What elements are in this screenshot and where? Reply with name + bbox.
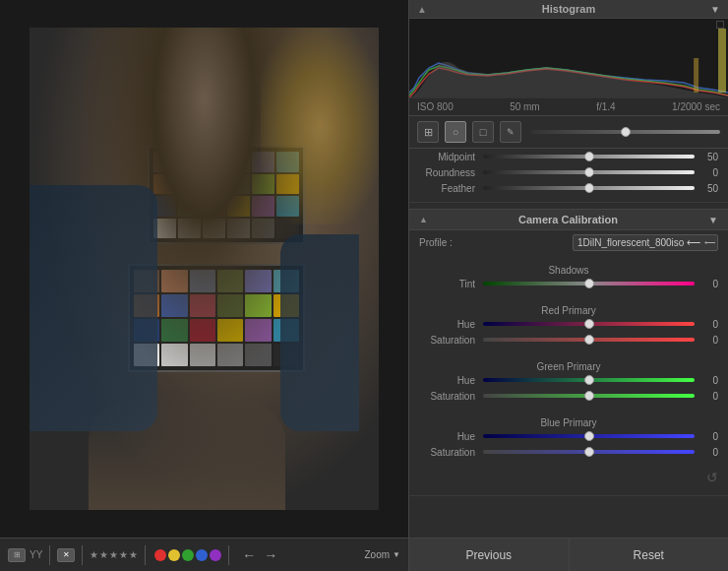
svg-rect-2 xyxy=(718,29,726,93)
blue-primary-label: Blue Primary xyxy=(419,413,718,430)
star-3[interactable]: ★ xyxy=(109,549,118,560)
red-sat-row: Saturation 0 xyxy=(419,334,718,346)
aperture-info: f/1.4 xyxy=(596,101,615,112)
reset-button[interactable]: Reset xyxy=(570,539,729,571)
profile-select-container[interactable]: 1DilN_florescent_800iso ⟵ ⟵ xyxy=(573,234,718,251)
feather-thumb[interactable] xyxy=(584,183,594,193)
star-4[interactable]: ★ xyxy=(119,549,128,560)
shadows-tint-label: Tint xyxy=(419,279,483,289)
blue-sat-thumb[interactable] xyxy=(584,447,594,457)
blue-hue-container[interactable] xyxy=(483,430,695,442)
shadows-label: Shadows xyxy=(419,261,718,278)
star-5[interactable]: ★ xyxy=(129,549,138,560)
color-cell xyxy=(245,319,271,342)
reset-squiggle-icon: ↺ xyxy=(409,466,728,489)
next-arrow[interactable]: → xyxy=(262,547,279,563)
shadows-tint-thumb[interactable] xyxy=(584,279,594,288)
color-cell xyxy=(227,152,250,172)
color-cell xyxy=(245,294,271,317)
midpoint-slider-container[interactable] xyxy=(483,151,695,162)
square-tool[interactable]: □ xyxy=(472,121,494,143)
histogram-canvas xyxy=(409,19,728,97)
red-hue-row: Hue 0 xyxy=(419,318,718,330)
roundness-slider-container[interactable] xyxy=(483,166,695,178)
color-cell xyxy=(245,344,271,366)
camera-calibration-header[interactable]: ▲ Camera Calibration ▼ xyxy=(409,209,728,230)
separator-4 xyxy=(228,545,229,565)
yellow-label[interactable] xyxy=(168,549,180,561)
shadows-tint-value: 0 xyxy=(695,279,718,289)
green-sat-thumb[interactable] xyxy=(584,391,594,401)
roundness-label: Roundness xyxy=(419,167,483,178)
right-panel: ▲ Histogram ▼ xyxy=(408,0,728,571)
green-label[interactable] xyxy=(182,549,194,561)
green-hue-thumb[interactable] xyxy=(584,375,594,385)
red-hue-thumb[interactable] xyxy=(584,319,594,329)
green-sat-track xyxy=(483,394,695,398)
color-cell xyxy=(190,294,215,317)
photo-panel: ⊞ YY ✕ ★ ★ ★ ★ ★ ← → xyxy=(0,0,408,571)
tool-icons-row: ⊞ ○ □ ✎ xyxy=(409,116,728,149)
green-hue-container[interactable] xyxy=(483,374,695,386)
tool-slider[interactable] xyxy=(531,130,720,134)
red-hue-label: Hue xyxy=(419,319,483,330)
bottom-buttons: Previous Reset xyxy=(409,538,728,571)
color-cell xyxy=(203,174,225,195)
panel-content[interactable]: Midpoint 50 Roundness xyxy=(409,149,728,538)
camera-calibration-menu-icon[interactable]: ▼ xyxy=(708,215,718,225)
histogram-menu-icon[interactable]: ▼ xyxy=(710,4,720,15)
color-cell xyxy=(217,270,243,292)
red-hue-container[interactable] xyxy=(483,318,695,330)
blue-label[interactable] xyxy=(196,549,208,561)
blue-sat-container[interactable] xyxy=(483,446,695,458)
feather-slider-container[interactable] xyxy=(483,182,695,194)
midpoint-track xyxy=(483,155,695,159)
blue-hue-thumb[interactable] xyxy=(584,431,594,441)
bottom-toolbar: ⊞ YY ✕ ★ ★ ★ ★ ★ ← → xyxy=(0,538,408,571)
nav-arrows: ← → xyxy=(240,547,279,563)
red-sat-thumb[interactable] xyxy=(584,335,594,345)
color-cell xyxy=(227,196,250,217)
blue-hue-track xyxy=(483,434,695,438)
crop-tool[interactable]: ⊞ xyxy=(417,121,439,143)
brush-tool[interactable]: ✎ xyxy=(500,121,521,143)
star-2[interactable]: ★ xyxy=(99,549,108,560)
bg-light xyxy=(261,28,379,224)
green-sat-container[interactable] xyxy=(483,390,695,402)
red-label[interactable] xyxy=(154,549,166,561)
blue-hue-value: 0 xyxy=(695,431,718,442)
separator-3 xyxy=(145,545,146,565)
roundness-thumb[interactable] xyxy=(584,167,594,177)
tool-slider-thumb[interactable] xyxy=(621,127,631,137)
circle-tool[interactable]: ○ xyxy=(445,121,466,143)
color-cell xyxy=(217,319,243,342)
prev-arrow[interactable]: ← xyxy=(240,547,258,563)
zoom-label: Zoom xyxy=(365,549,391,560)
blue-primary-group: Blue Primary Hue 0 Saturation xyxy=(409,410,728,466)
shadows-tint-container[interactable] xyxy=(483,278,695,289)
feather-row: Feather 50 xyxy=(419,182,718,194)
purple-label[interactable] xyxy=(210,549,221,561)
red-sat-container[interactable] xyxy=(483,334,695,346)
green-hue-label: Hue xyxy=(419,375,483,386)
blue-sat-value: 0 xyxy=(695,447,718,458)
star-rating[interactable]: ★ ★ ★ ★ ★ xyxy=(90,549,138,560)
view-mode-icon[interactable]: ⊞ xyxy=(8,548,26,562)
reject-icon[interactable]: ✕ xyxy=(57,548,75,562)
histogram-clip-left-icon[interactable]: ▲ xyxy=(417,4,427,15)
green-sat-label: Saturation xyxy=(419,391,483,402)
star-1[interactable]: ★ xyxy=(90,549,98,560)
zoom-control[interactable]: Zoom ▼ xyxy=(365,549,400,560)
previous-button[interactable]: Previous xyxy=(409,539,570,571)
roundness-row: Roundness 0 xyxy=(419,166,718,178)
clip-right-indicator[interactable] xyxy=(716,21,724,29)
color-cell xyxy=(161,344,187,366)
color-cell xyxy=(190,319,215,342)
feather-label: Feather xyxy=(419,183,483,194)
photo-display xyxy=(30,28,379,510)
blue-hue-row: Hue 0 xyxy=(419,430,718,442)
midpoint-thumb[interactable] xyxy=(584,152,594,161)
color-cell xyxy=(178,152,201,172)
profile-select[interactable]: 1DilN_florescent_800iso ⟵ xyxy=(573,234,718,251)
color-cell xyxy=(190,270,215,292)
